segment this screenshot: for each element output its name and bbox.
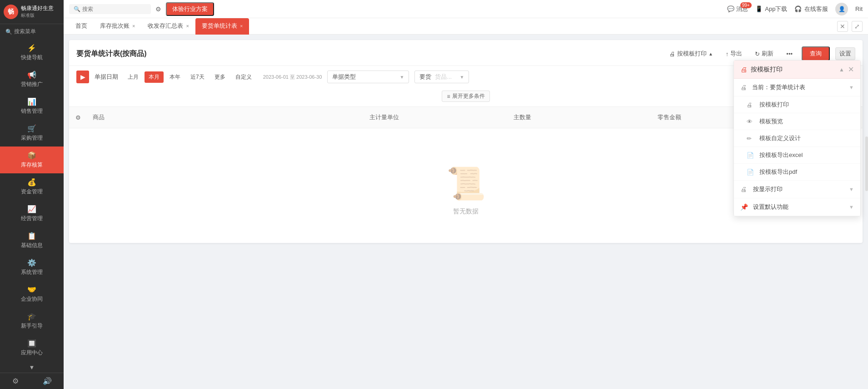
export-label: 导出 — [730, 50, 742, 58]
help-bottom-icon[interactable]: 🔊 — [43, 377, 52, 385]
tab-inventory-batch[interactable]: 库存批次账 × — [94, 18, 141, 35]
tab-order-summary[interactable]: 要货单统计表 × — [195, 18, 249, 35]
dropdown-template-preview[interactable]: 👁 模板预览 — [734, 113, 860, 130]
dropdown-display-print[interactable]: 🖨 按显示打印 ▼ — [734, 181, 860, 198]
template-preview-label: 模板预览 — [759, 117, 783, 126]
dropdown-template-pdf[interactable]: 📄 按模板导出pdf — [734, 164, 860, 181]
trial-button[interactable]: 体验行业方案 — [166, 2, 214, 16]
col-unit: 主计量单位 — [364, 111, 508, 124]
template-design-icon: ✏ — [747, 135, 755, 142]
sidebar-item-operation[interactable]: 📈 经营管理 — [0, 200, 64, 227]
message-icon: 💬 — [727, 5, 734, 12]
tab-home-label: 首页 — [75, 22, 87, 30]
refresh-btn[interactable]: ↻ 刷新 — [751, 48, 777, 60]
print-template-btn[interactable]: 🖨 按模板打印 ▲ — [666, 48, 717, 60]
tabs-actions: ✕ ⤢ — [837, 21, 863, 32]
dropdown-close-icon[interactable]: ✕ — [848, 65, 854, 74]
app-download[interactable]: 📱 App下载 — [755, 5, 788, 13]
sidebar-item-basics[interactable]: 📋 基础信息 — [0, 227, 64, 254]
sidebar-item-collab[interactable]: 🤝 企业协同 — [0, 281, 64, 308]
sidebar-item-label: 系统管理 — [21, 268, 43, 276]
dropdown-template-design[interactable]: ✏ 模板自定义设计 — [734, 130, 860, 147]
tab-close-btn[interactable]: ✕ — [837, 21, 848, 32]
date-more-btn[interactable]: 更多 — [210, 71, 229, 83]
sidebar-item-purchase[interactable]: 🛒 采购管理 — [0, 120, 64, 147]
tab-inventory-batch-close[interactable]: × — [132, 23, 135, 29]
collab-icon: 🤝 — [27, 285, 36, 294]
set-default-icon: 📌 — [740, 203, 748, 211]
topbar-gear-icon[interactable]: ⚙ — [155, 5, 161, 13]
display-print-arrow-icon: ▼ — [849, 187, 854, 192]
sidebar-scroll-down[interactable]: ▼ — [0, 362, 64, 373]
topbar: 🔍 ⚙ 体验行业方案 💬 99+ 消息 📱 App下载 🎧 在线客服 👤 Rit — [64, 0, 868, 18]
date-last7-btn[interactable]: 近7天 — [186, 71, 209, 83]
dropdown-template-excel[interactable]: 📄 按模板导出excel — [734, 147, 860, 164]
page-content: 要货单统计表(按商品) 🖨 按模板打印 ▲ ↑ 导出 ↻ 刷新 — [64, 35, 868, 389]
template-print-label: 按模板打印 — [759, 101, 789, 109]
service-label: 在线客服 — [804, 5, 828, 12]
date-prev-month-btn[interactable]: 上月 — [124, 71, 143, 83]
tab-home[interactable]: 首页 — [69, 18, 94, 35]
tab-receipt-summary[interactable]: 收发存汇总表 × — [141, 18, 195, 35]
settings-col-icon[interactable]: ⚙ — [75, 114, 81, 121]
date-this-year-btn[interactable]: 本年 — [165, 71, 185, 83]
order-goods-select[interactable]: 要货 货品... ▼ — [414, 71, 469, 83]
sidebar-item-newbie[interactable]: 🎓 新手引导 — [0, 308, 64, 334]
expand-more-btn[interactable]: ≡ 展开更多条件 — [442, 91, 489, 102]
dropdown-up-arrow-icon[interactable]: ▲ — [839, 66, 844, 73]
right-scrollbar[interactable] — [865, 136, 868, 191]
online-service[interactable]: 🎧 在线客服 — [794, 5, 828, 13]
date-current-month-btn[interactable]: 本月 — [145, 71, 164, 83]
display-print-label: 按显示打印 — [753, 185, 783, 193]
appstore-icon: 🔲 — [27, 339, 36, 348]
order-type-arrow-icon: ▼ — [399, 75, 404, 80]
sidebar-item-label: 新手引导 — [21, 322, 43, 330]
tab-receipt-summary-label: 收发存汇总表 — [148, 22, 183, 30]
search-icon: 🔍 — [5, 29, 12, 35]
app-name: 畅康通好生意 — [21, 5, 54, 12]
order-type-select[interactable]: 单据类型 ▼ — [327, 71, 409, 83]
topbar-search-input[interactable] — [82, 6, 141, 12]
col-qty: 主数量 — [508, 111, 652, 124]
tabs-bar: 首页 库存批次账 × 收发存汇总表 × 要货单统计表 × ✕ ⤢ — [64, 18, 868, 35]
system-icon: ⚙️ — [27, 258, 36, 267]
sidebar-item-system[interactable]: ⚙️ 系统管理 — [0, 254, 64, 281]
filter-toggle-icon[interactable]: ▶ — [76, 71, 89, 83]
user-avatar[interactable]: 👤 — [835, 3, 848, 15]
sidebar-item-marketing[interactable]: 📢 营销推广 — [0, 66, 64, 93]
sidebar-item-label: 销售管理 — [21, 107, 43, 115]
order-goods-input[interactable]: 货品... — [433, 73, 458, 81]
tab-receipt-summary-close[interactable]: × — [186, 23, 189, 29]
dropdown-template-print[interactable]: 🖨 按模板打印 — [734, 96, 860, 113]
operation-icon: 📈 — [27, 205, 36, 213]
query-btn[interactable]: 查询 — [802, 46, 830, 61]
export-btn[interactable]: ↑ 导出 — [722, 48, 746, 60]
current-template-icon: 🖨 — [740, 84, 748, 91]
print-icon: 🖨 — [669, 51, 675, 57]
sidebar-item-label: 经营管理 — [21, 215, 43, 222]
message-badge[interactable]: 💬 99+ 消息 — [727, 5, 748, 13]
app-logo: 畅 畅康通好生意 标准版 — [0, 0, 64, 24]
sidebar-item-inventory[interactable]: 📦 库存核算 — [0, 147, 64, 173]
dropdown-set-default[interactable]: 📌 设置默认功能 ▼ — [734, 198, 860, 216]
sidebar-search[interactable]: 🔍 搜索菜单 — [0, 24, 64, 39]
sidebar-item-label: 应用中心 — [21, 349, 43, 357]
col-checkbox: ⚙ — [69, 111, 87, 124]
tab-order-summary-close[interactable]: × — [240, 23, 243, 29]
sidebar-item-quick-nav[interactable]: ⚡ 快捷导航 — [0, 39, 64, 66]
app-download-icon: 📱 — [755, 5, 763, 12]
settings-bottom-icon[interactable]: ⚙ — [12, 377, 19, 385]
purchase-icon: 🛒 — [27, 124, 36, 133]
sidebar-item-sales[interactable]: 📊 销售管理 — [0, 93, 64, 120]
dropdown-current-template[interactable]: 🖨 当前：要货单统计表 ▼ — [734, 79, 860, 96]
sidebar-search-label: 搜索菜单 — [14, 28, 36, 35]
settings-btn[interactable]: 设置 — [835, 47, 855, 60]
sidebar-item-finance[interactable]: 💰 资金管理 — [0, 173, 64, 200]
tab-expand-btn[interactable]: ⤢ — [852, 21, 863, 32]
date-custom-btn[interactable]: 自定义 — [231, 71, 256, 83]
tab-order-summary-label: 要货单统计表 — [202, 22, 237, 30]
sidebar-item-appstore[interactable]: 🔲 应用中心 — [0, 334, 64, 361]
dropdown-header: 🖨 按模板打印 ▲ ✕ — [734, 61, 860, 79]
more-actions-btn[interactable]: ••• — [783, 49, 796, 59]
topbar-search-box[interactable]: 🔍 — [69, 4, 151, 14]
